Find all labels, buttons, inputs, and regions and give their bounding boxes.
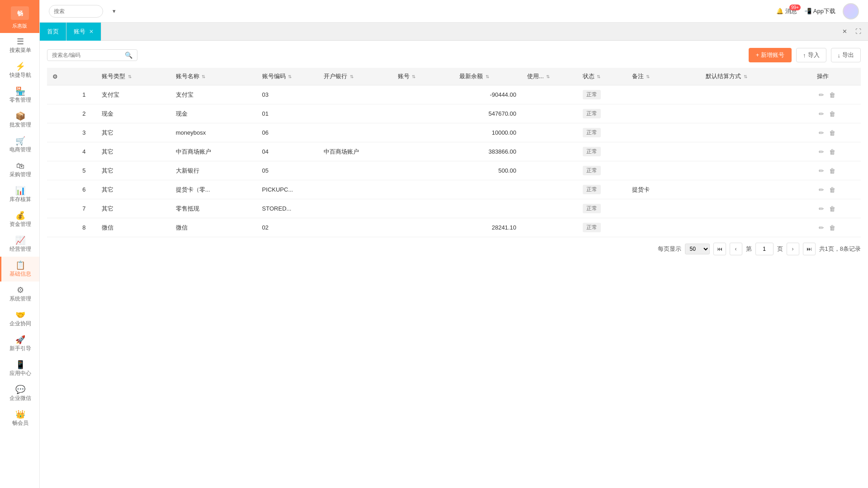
sidebar-item-ops[interactable]: 📈 经营管理 bbox=[0, 232, 39, 257]
row-type: 其它 bbox=[96, 161, 170, 180]
sidebar-item-wholesale[interactable]: 📦 批发管理 bbox=[0, 108, 39, 132]
page-next-btn[interactable]: › bbox=[787, 243, 799, 255]
sidebar-item-app-center[interactable]: 📱 应用中心 bbox=[0, 356, 39, 381]
import-button[interactable]: ↑ 导入 bbox=[796, 48, 826, 62]
row-default-settle bbox=[700, 142, 811, 161]
row-balance bbox=[454, 180, 522, 199]
page-first-btn[interactable]: ⏮ bbox=[713, 243, 726, 255]
sidebar-item-purchase[interactable]: 🛍 采购管理 bbox=[0, 157, 39, 182]
row-default-settle bbox=[700, 161, 811, 180]
export-button[interactable]: ↓ 导出 bbox=[831, 48, 861, 62]
sidebar-item-inventory[interactable]: 📊 库存核算 bbox=[0, 182, 39, 207]
sidebar-item-system[interactable]: ⚙ 系统管理 bbox=[0, 282, 39, 306]
table-search-input[interactable] bbox=[52, 52, 125, 58]
export-icon: ↓ bbox=[838, 52, 841, 59]
sidebar-item-basic-info[interactable]: 📋 基础信息 bbox=[0, 257, 39, 282]
sidebar-item-wechat[interactable]: 💬 企业微信 bbox=[0, 381, 39, 406]
message-badge: 99+ bbox=[789, 5, 801, 10]
delete-btn[interactable]: 🗑 bbox=[827, 167, 837, 174]
new-account-button[interactable]: + 新增账号 bbox=[749, 48, 792, 62]
edit-btn[interactable]: ✏ bbox=[817, 205, 826, 212]
page-size-select[interactable]: 50 100 bbox=[685, 244, 710, 254]
delete-btn[interactable]: 🗑 bbox=[827, 205, 837, 212]
tab-home[interactable]: 首页 bbox=[40, 23, 66, 41]
page-last-btn[interactable]: ⏭ bbox=[803, 243, 816, 255]
row-type: 其它 bbox=[96, 142, 170, 161]
edit-btn[interactable]: ✏ bbox=[817, 148, 826, 155]
row-code: 04 bbox=[257, 142, 318, 161]
header-search-input[interactable] bbox=[49, 5, 103, 18]
sidebar-item-label: 畅会员 bbox=[12, 419, 28, 427]
row-settings bbox=[47, 161, 72, 180]
edit-btn[interactable]: ✏ bbox=[817, 110, 826, 117]
status-badge: 正常 bbox=[583, 109, 601, 118]
sidebar-item-guide[interactable]: 🚀 新手引导 bbox=[0, 331, 39, 356]
row-account-no bbox=[392, 104, 454, 123]
delete-btn[interactable]: 🗑 bbox=[827, 91, 837, 99]
row-num: 1 bbox=[72, 85, 97, 104]
th-code[interactable]: 账号编码 ⇅ bbox=[257, 68, 318, 85]
sidebar-item-ecommerce[interactable]: 🛒 电商管理 bbox=[0, 132, 39, 157]
tab-fullscreen-btn[interactable]: ⛶ bbox=[853, 26, 863, 37]
edit-btn[interactable]: ✏ bbox=[817, 129, 826, 136]
th-balance[interactable]: 最新余额 ⇅ bbox=[454, 68, 522, 85]
row-actions: ✏ 🗑 bbox=[811, 142, 861, 161]
tab-close-btn[interactable]: ✕ bbox=[89, 28, 94, 35]
row-default-settle bbox=[700, 85, 811, 104]
th-default-settle[interactable]: 默认结算方式 ⇅ bbox=[700, 68, 811, 85]
table-row: 1 支付宝 支付宝 03 -90444.00 正常 ✏ 🗑 bbox=[47, 85, 861, 104]
th-name[interactable]: 账号名称 ⇅ bbox=[170, 68, 257, 85]
sidebar-item-enterprise[interactable]: 🤝 企业协同 bbox=[0, 306, 39, 331]
sidebar-item-vip[interactable]: 👑 畅会员 bbox=[0, 406, 39, 431]
app-download-btn[interactable]: 📲 App下载 bbox=[804, 7, 835, 15]
header-dropdown-btn[interactable]: ▾ bbox=[108, 5, 120, 18]
edit-btn[interactable]: ✏ bbox=[817, 224, 826, 231]
th-account[interactable]: 账号 ⇅ bbox=[392, 68, 454, 85]
row-num: 6 bbox=[72, 180, 97, 199]
sidebar-item-search-menu[interactable]: ☰ 搜索菜单 bbox=[0, 33, 39, 58]
page-prev-btn[interactable]: ‹ bbox=[730, 243, 742, 255]
th-use[interactable]: 使用... ⇅ bbox=[522, 68, 577, 85]
th-type[interactable]: 账号类型 ⇅ bbox=[96, 68, 170, 85]
sidebar-item-finance[interactable]: 💰 资金管理 bbox=[0, 207, 39, 232]
delete-btn[interactable]: 🗑 bbox=[827, 186, 837, 193]
tab-account[interactable]: 账号 ✕ bbox=[66, 23, 101, 41]
toolbar-right: + 新增账号 ↑ 导入 ↓ 导出 bbox=[749, 48, 861, 62]
th-remark[interactable]: 备注 ⇅ bbox=[627, 68, 701, 85]
sidebar-item-quick-nav[interactable]: ⚡ 快捷导航 bbox=[0, 58, 39, 83]
row-code: 03 bbox=[257, 85, 318, 104]
avatar[interactable] bbox=[843, 3, 859, 19]
row-settings bbox=[47, 123, 72, 142]
edit-btn[interactable]: ✏ bbox=[817, 167, 826, 174]
delete-btn[interactable]: 🗑 bbox=[827, 110, 837, 117]
th-bank[interactable]: 开户银行 ⇅ bbox=[318, 68, 392, 85]
row-status: 正常 bbox=[577, 180, 627, 199]
delete-btn[interactable]: 🗑 bbox=[827, 224, 837, 231]
row-default-settle bbox=[700, 104, 811, 123]
tab-collapse-btn[interactable]: ✕ bbox=[839, 26, 850, 37]
row-balance bbox=[454, 199, 522, 218]
row-name: 零售抵现 bbox=[170, 199, 257, 218]
th-settings[interactable]: ⚙ bbox=[47, 68, 72, 85]
edit-btn[interactable]: ✏ bbox=[817, 91, 826, 99]
delete-btn[interactable]: 🗑 bbox=[827, 148, 837, 155]
sidebar-item-retail[interactable]: 🏪 零售管理 bbox=[0, 83, 39, 108]
table-row: 2 现金 现金 01 547670.00 正常 ✏ 🗑 bbox=[47, 104, 861, 123]
th-status[interactable]: 状态 ⇅ bbox=[577, 68, 627, 85]
row-account-no bbox=[392, 199, 454, 218]
message-btn[interactable]: 🔔 消息 99+ bbox=[776, 7, 797, 15]
sort-icon: ⇅ bbox=[486, 74, 489, 79]
edit-btn[interactable]: ✏ bbox=[817, 186, 826, 193]
row-settings bbox=[47, 218, 72, 237]
delete-btn[interactable]: 🗑 bbox=[827, 129, 837, 136]
row-status: 正常 bbox=[577, 123, 627, 142]
search-menu-icon: ☰ bbox=[17, 38, 24, 46]
header-left: ▾ bbox=[49, 5, 120, 18]
page-input[interactable] bbox=[755, 243, 774, 255]
inventory-icon: 📊 bbox=[15, 187, 25, 195]
status-badge: 正常 bbox=[583, 128, 601, 137]
sidebar-item-label: 应用中心 bbox=[9, 370, 31, 377]
status-badge: 正常 bbox=[583, 90, 601, 99]
search-icon: 🔍 bbox=[125, 52, 132, 59]
row-balance: 28241.10 bbox=[454, 218, 522, 237]
